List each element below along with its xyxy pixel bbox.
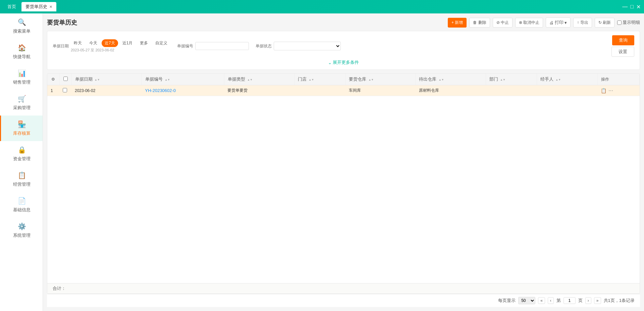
tab-close-icon[interactable]: ✕ xyxy=(49,5,52,9)
print-button[interactable]: 🖨 打印 ▾ xyxy=(546,17,571,28)
filter-row-2: ⌄ 展开更多条件 xyxy=(53,59,634,65)
date-btn-yesterday[interactable]: 昨天 xyxy=(71,39,85,47)
page-title: 要货单历史 xyxy=(47,18,77,27)
date-buttons: 昨天 今天 近7天 近1月 更多 自定义 xyxy=(71,39,170,47)
export-button[interactable]: ↑ 导出 xyxy=(573,18,592,28)
last-page-button[interactable]: » xyxy=(594,297,601,304)
sort-department-icon[interactable]: ▲▼ xyxy=(500,79,505,81)
page-label: 第 xyxy=(556,298,561,304)
order-no-filter: 单据编号 xyxy=(177,42,249,50)
row-pending-warehouse: 原材料仓库 xyxy=(416,85,486,96)
th-action: 操作 xyxy=(597,74,639,85)
window-close[interactable]: ✕ xyxy=(636,4,641,10)
show-detail-checkbox[interactable]: 显示明细 xyxy=(617,19,640,26)
show-detail-label: 显示明细 xyxy=(623,19,640,26)
sort-pending-warehouse-icon[interactable]: ▲▼ xyxy=(439,79,444,81)
date-btn-today[interactable]: 今天 xyxy=(86,39,100,47)
system-icon: ⚙️ xyxy=(18,222,26,230)
th-settings[interactable]: ⚙ xyxy=(47,74,59,85)
row-req-warehouse: 车间库 xyxy=(345,85,416,96)
th-pending-warehouse: 待出仓库 ▲▼ xyxy=(416,74,486,85)
table-row: 1 2023-06-02 YH-20230602-0 要货单要货 车间库 xyxy=(47,85,640,96)
tab-requisition-label: 要货单历史 xyxy=(25,4,47,10)
stop-button[interactable]: ⊘ 中止 xyxy=(493,18,513,28)
sort-req-warehouse-icon[interactable]: ▲▼ xyxy=(368,79,374,81)
order-no-link[interactable]: YH-20230602-0 xyxy=(145,88,176,93)
home-icon: 🏠 xyxy=(18,44,26,52)
delete-button[interactable]: 🗑 删除 xyxy=(469,18,490,28)
ops-icon: 📋 xyxy=(18,171,26,179)
sidebar-item-inventory[interactable]: 🏪 库存核算 xyxy=(0,116,43,141)
page-total-label: 页 xyxy=(578,298,583,304)
order-no-label: 单据编号 xyxy=(177,43,193,49)
show-detail-input[interactable] xyxy=(617,20,622,25)
sort-date-icon[interactable]: ▲▼ xyxy=(95,79,100,81)
status-select[interactable] xyxy=(274,42,341,50)
sidebar-item-search-menu[interactable]: 🔍 搜索菜单 xyxy=(0,13,43,39)
pagination-summary: 共1页，1条记录 xyxy=(604,298,635,304)
row-checkbox[interactable] xyxy=(59,85,71,96)
select-all-checkbox[interactable] xyxy=(63,77,68,81)
refresh-button[interactable]: ↻ 刷新 xyxy=(595,18,614,28)
sort-order-type-icon[interactable]: ▲▼ xyxy=(247,79,253,81)
page-size-select[interactable]: 50 20 100 200 xyxy=(518,297,535,304)
row-handler xyxy=(537,85,597,96)
query-button[interactable]: 查询 xyxy=(612,35,634,45)
print-icon: 🖨 xyxy=(549,20,554,25)
date-btn-7days[interactable]: 近7天 xyxy=(102,39,118,47)
sidebar-item-ops-mgmt-label: 经营管理 xyxy=(13,181,31,187)
sort-handler-icon[interactable]: ▲▼ xyxy=(555,79,561,81)
row-order-no: YH-20230602-0 xyxy=(142,85,224,96)
th-order-type: 单据类型 ▲▼ xyxy=(224,74,294,85)
pagination-bar: 每页显示 50 20 100 200 « ‹ 第 页 › » 共1页，1条记录 xyxy=(47,294,640,307)
sidebar-item-quick-nav[interactable]: 🏠 快捷导航 xyxy=(0,39,43,64)
sidebar-item-ops-mgmt[interactable]: 📋 经营管理 xyxy=(0,167,43,192)
view-action-icon[interactable]: 📋 xyxy=(601,88,606,93)
th-checkbox[interactable] xyxy=(59,74,71,85)
date-buttons-group: 昨天 今天 近7天 近1月 更多 自定义 2023-05-27 至 2023-0… xyxy=(71,39,170,53)
search-menu-icon: 🔍 xyxy=(18,18,26,26)
first-page-button[interactable]: « xyxy=(538,297,545,304)
date-btn-1month[interactable]: 近1月 xyxy=(119,39,136,47)
th-handler: 经手人 ▲▼ xyxy=(537,74,597,85)
status-label: 单据状态 xyxy=(256,43,272,49)
window-controls: — □ ✕ xyxy=(622,4,641,10)
edit-action-icon[interactable]: ⋯ xyxy=(608,88,613,93)
purchase-icon: 🛒 xyxy=(18,95,26,103)
sidebar-item-sales-mgmt[interactable]: 📊 销售管理 xyxy=(0,64,43,90)
sidebar-item-system-mgmt[interactable]: ⚙️ 系统管理 xyxy=(0,218,43,243)
table-header-row: ⚙ 单据日期 ▲▼ 单据编号 ▲▼ xyxy=(47,74,640,85)
cancel-stop-button[interactable]: ⊗ 取消中止 xyxy=(515,18,543,28)
setting-button[interactable]: 设置 xyxy=(611,47,634,57)
status-filter: 单据状态 xyxy=(256,42,341,50)
expand-chevron-icon: ⌄ xyxy=(328,60,332,65)
finance-icon: 🔒 xyxy=(18,146,26,154)
sidebar-item-basic-info[interactable]: 📄 基础信息 xyxy=(0,192,43,218)
table-scroll[interactable]: ⚙ 单据日期 ▲▼ 单据编号 ▲▼ xyxy=(47,74,640,283)
sort-order-no-icon[interactable]: ▲▼ xyxy=(165,79,170,81)
row-department xyxy=(486,85,537,96)
tab-home[interactable]: 首页 xyxy=(3,2,20,11)
top-bar: 首页 要货单历史 ✕ — □ ✕ xyxy=(0,0,644,13)
sort-store-icon[interactable]: ▲▼ xyxy=(309,79,314,81)
window-minimize[interactable]: — xyxy=(622,4,628,10)
next-page-button[interactable]: › xyxy=(585,297,591,304)
date-btn-more[interactable]: 更多 xyxy=(137,39,151,47)
page-number-input[interactable] xyxy=(564,297,576,304)
date-btn-custom[interactable]: 自定义 xyxy=(152,39,170,47)
sidebar-item-finance-mgmt[interactable]: 🔒 资金管理 xyxy=(0,141,43,167)
sidebar: 🔍 搜索菜单 🏠 快捷导航 📊 销售管理 🛒 采购管理 🏪 库存核算 🔒 资金管… xyxy=(0,13,43,311)
expand-conditions-button[interactable]: ⌄ 展开更多条件 xyxy=(328,59,359,65)
action-icons-group: 📋 ⋯ xyxy=(601,88,636,93)
tab-requisition-history[interactable]: 要货单历史 ✕ xyxy=(21,2,56,11)
sidebar-item-purchase-mgmt[interactable]: 🛒 采购管理 xyxy=(0,90,43,116)
new-button[interactable]: + 新增 xyxy=(448,18,467,28)
row-select-checkbox[interactable] xyxy=(63,88,67,92)
row-no: 1 xyxy=(47,85,59,96)
prev-page-button[interactable]: ‹ xyxy=(548,297,554,304)
query-buttons: 查询 设置 xyxy=(611,35,634,57)
toolbar: + 新增 🗑 删除 ⊘ 中止 ⊗ 取消中止 🖨 打印 ▾ ↑ 导出 ↻ 刷新 显… xyxy=(448,17,640,28)
window-maximize[interactable]: □ xyxy=(630,4,634,10)
order-no-input[interactable] xyxy=(195,42,249,50)
main-layout: 🔍 搜索菜单 🏠 快捷导航 📊 销售管理 🛒 采购管理 🏪 库存核算 🔒 资金管… xyxy=(0,13,644,311)
